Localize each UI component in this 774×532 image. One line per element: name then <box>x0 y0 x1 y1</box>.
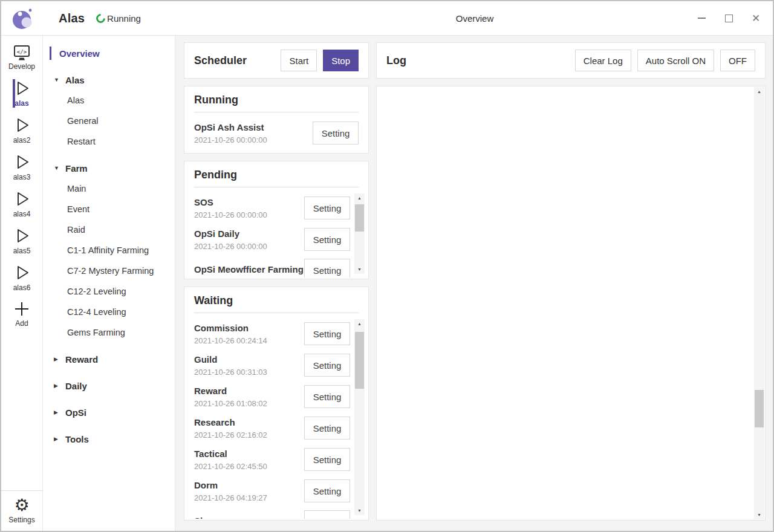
auto-scroll-on-button[interactable]: Auto Scroll ON <box>637 50 714 71</box>
menu-entries: ▼ Alas Alas General Restart ▼ Farm <box>43 70 175 449</box>
scroll-up-icon[interactable]: ▲ <box>354 193 365 203</box>
menu-entry-label: Gems Farming <box>67 328 125 337</box>
task-setting-button[interactable]: Setting <box>304 510 350 519</box>
menu-entry-label: C12-2 Leveling <box>67 287 126 296</box>
menu-entry[interactable]: ▼ Alas <box>43 70 175 90</box>
task-setting-button[interactable]: Setting <box>304 228 350 251</box>
task-setting-button[interactable]: Setting <box>304 385 350 408</box>
pending-scrollbar[interactable]: ▲ ▼ <box>354 193 365 274</box>
task-name: OpSi Ash Assist <box>194 121 313 134</box>
gear-icon: ⚙ <box>14 496 29 514</box>
rail-item-instance[interactable]: alas3 <box>13 149 31 186</box>
scroll-down-icon[interactable]: ▼ <box>754 510 764 519</box>
scroll-up-icon[interactable]: ▲ <box>754 87 764 96</box>
menu-entry[interactable]: General <box>43 111 175 131</box>
menu-entry[interactable]: Alas <box>43 90 175 111</box>
task-time: 2021-10-26 02:16:02 <box>194 430 304 440</box>
task-time: 2021-10-26 00:31:03 <box>194 368 304 377</box>
task-time: 2021-10-26 02:45:50 <box>194 462 304 472</box>
group-arrow-icon: ▶ <box>54 383 65 389</box>
rail-item-instance[interactable]: alas6 <box>13 259 31 296</box>
menu-entry-label: Daily <box>65 381 87 391</box>
task-info: SOS 2021-10-26 00:00:00 <box>194 196 304 220</box>
menu-item-overview[interactable]: Overview <box>43 43 175 63</box>
menu-entry[interactable]: C12-4 Leveling <box>43 302 175 322</box>
start-button[interactable]: Start <box>281 50 317 71</box>
task-setting-button[interactable]: Setting <box>304 259 350 277</box>
task-setting-button[interactable]: Setting <box>313 122 359 144</box>
log-column: Log Clear Log Auto Scroll ON OFF ▲ ▼ <box>376 42 766 521</box>
scroll-up-icon[interactable]: ▲ <box>354 319 365 328</box>
menu-entry[interactable]: ▼ Farm <box>43 158 175 178</box>
menu-entry[interactable]: C1-1 Affinity Farming <box>43 240 175 261</box>
menu-item-label: Overview <box>59 48 100 59</box>
task-setting-button[interactable]: Setting <box>304 196 350 219</box>
task-time: 2021-10-26 00:00:00 <box>194 210 304 220</box>
waiting-scrollbar[interactable]: ▲ ▼ <box>354 319 365 515</box>
menu-entry[interactable]: ▶ Reward <box>43 349 175 369</box>
menu-entry[interactable]: Gems Farming <box>43 322 175 343</box>
scheduler-header: Scheduler Start Stop <box>184 42 369 79</box>
minimize-icon <box>698 18 706 19</box>
rail-item-instance[interactable]: alas2 <box>13 112 31 149</box>
window-title: Overview <box>456 13 494 24</box>
menu-entry[interactable]: ▶ OpSi <box>43 402 175 423</box>
rail-item-add[interactable]: Add <box>1 296 42 332</box>
rail-item-instance[interactable]: alas4 <box>13 186 31 222</box>
task-row: Shop Setting <box>194 507 350 519</box>
rail-item-develop[interactable]: </> Develop <box>1 41 42 75</box>
clear-log-button[interactable]: Clear Log <box>575 50 631 71</box>
menu-entry[interactable]: Raid <box>43 219 175 240</box>
menu-entry[interactable]: C7-2 Mystery Farming <box>43 261 175 281</box>
scroll-thumb[interactable] <box>355 332 364 389</box>
waiting-section: Waiting Commission 2021-10-26 00:24:14 S… <box>184 287 369 521</box>
menu-entry-label: Alas <box>67 96 84 105</box>
minimize-button[interactable] <box>697 13 706 23</box>
scroll-thumb[interactable] <box>755 390 764 427</box>
scheduler-title: Scheduler <box>194 54 247 67</box>
task-time: 2021-10-26 00:00:00 <box>194 242 304 251</box>
task-name: Tactical <box>194 447 304 460</box>
task-setting-button[interactable]: Setting <box>304 354 350 377</box>
menu-entry[interactable]: ▶ Daily <box>43 375 175 396</box>
task-info: Tactical 2021-10-26 02:45:50 <box>194 447 304 472</box>
scroll-down-icon[interactable]: ▼ <box>354 265 365 274</box>
instance-rail: </> Develop alas alas2 <box>1 36 43 531</box>
rail-item-instance[interactable]: alas <box>13 75 31 112</box>
task-row: SOS 2021-10-26 00:00:00 Setting <box>194 192 350 224</box>
scroll-down-icon[interactable]: ▼ <box>354 506 365 515</box>
task-setting-button[interactable]: Setting <box>304 417 350 440</box>
main-content: Scheduler Start Stop Running OpSi Ash As… <box>175 36 773 531</box>
scroll-thumb[interactable] <box>355 204 364 232</box>
task-setting-button[interactable]: Setting <box>304 479 350 502</box>
menu-entry-label: C12-4 Leveling <box>67 307 126 317</box>
menu-entry-label: Reward <box>65 354 98 365</box>
menu-entry[interactable]: Event <box>43 199 175 219</box>
task-time: 2021-10-26 00:00:00 <box>194 135 313 145</box>
rail-item-instance[interactable]: alas5 <box>13 222 31 259</box>
task-name: OpSi Meowfficer Farming <box>194 263 304 276</box>
task-row: Commission 2021-10-26 00:24:14 Setting <box>194 318 350 349</box>
play-icon <box>13 226 31 245</box>
menu-entry-label: Main <box>67 184 86 193</box>
window-controls: ✕ <box>697 1 761 35</box>
maximize-button[interactable] <box>724 13 733 23</box>
menu-entry[interactable]: Restart <box>43 131 175 152</box>
menu-entry[interactable]: C12-2 Leveling <box>43 281 175 302</box>
stop-button[interactable]: Stop <box>323 50 359 71</box>
task-setting-button[interactable]: Setting <box>304 322 350 345</box>
task-info: Research 2021-10-26 02:16:02 <box>194 416 304 440</box>
close-button[interactable]: ✕ <box>751 13 761 23</box>
task-setting-button[interactable]: Setting <box>304 448 350 471</box>
auto-scroll-off-button[interactable]: OFF <box>720 50 755 71</box>
app-window: Alas Running Overview ✕ </> Develop <box>0 0 774 532</box>
group-arrow-icon: ▶ <box>54 356 65 362</box>
task-row: Research 2021-10-26 02:16:02 Setting <box>194 412 350 444</box>
rail-item-settings[interactable]: ⚙ Settings <box>1 490 42 531</box>
menu-entry[interactable]: ▶ Tools <box>43 429 175 449</box>
log-scrollbar[interactable]: ▲ ▼ <box>754 87 764 519</box>
task-name: OpSi Daily <box>194 227 304 240</box>
rail-item-label: alas <box>15 99 28 108</box>
group-arrow-icon: ▼ <box>54 77 65 83</box>
menu-entry[interactable]: Main <box>43 178 175 199</box>
